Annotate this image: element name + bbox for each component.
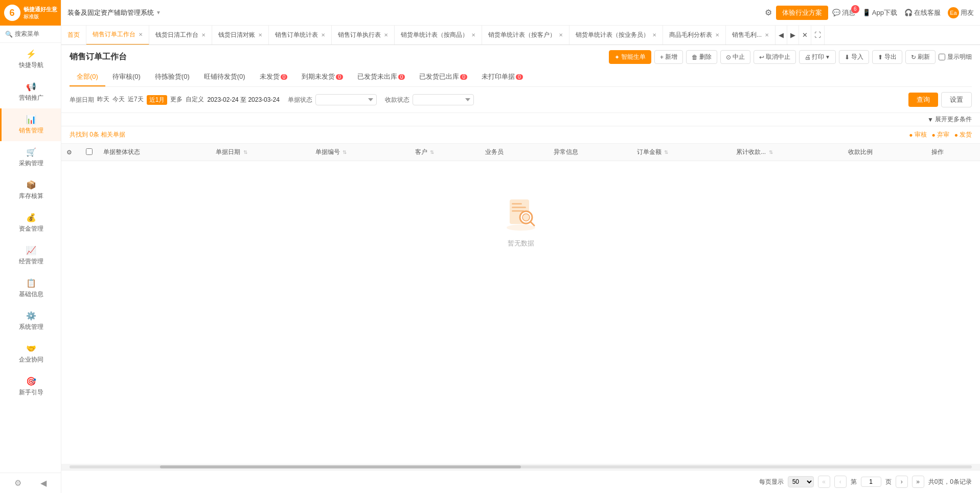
per-page-select[interactable]: 50 100 200 xyxy=(788,476,814,487)
tab-close-sales-exec[interactable]: ✕ xyxy=(384,32,388,38)
industry-solution-button[interactable]: 体验行业方案 xyxy=(776,6,828,20)
date-link-yesterday[interactable]: 昨天 xyxy=(97,95,109,105)
sidebar-bottom: ⚙ ◀ xyxy=(0,473,61,493)
app-download-item[interactable]: 📱 App下载 xyxy=(862,8,897,17)
sidebar-item-basicinfo[interactable]: 📋 基础信息 xyxy=(0,272,61,305)
cancel-stop-button[interactable]: ↩ 取消中止 xyxy=(754,50,796,64)
select-all-checkbox[interactable] xyxy=(86,148,93,155)
topbar-settings-icon[interactable]: ⚙ xyxy=(765,8,772,17)
th-customer[interactable]: 客户 ⇅ xyxy=(410,144,480,161)
tab-goods-stat-staff[interactable]: 销货单统计表（按业务员） ✕ xyxy=(569,26,663,45)
show-detail-label[interactable]: 显示明细 xyxy=(939,53,972,61)
sidebar-item-quicknav[interactable]: ⚡ 快捷导航 xyxy=(0,43,61,76)
refresh-button[interactable]: ↻ 刷新 xyxy=(905,50,936,64)
tab-sales-exec[interactable]: 销售订单执行表 ✕ xyxy=(332,26,395,45)
message-icon-item[interactable]: 💬 消息 6 xyxy=(832,8,855,17)
sub-tab-not-shipped[interactable]: 未发货0 xyxy=(253,68,295,86)
tab-close-profit-analysis[interactable]: ✕ xyxy=(715,32,719,38)
tab-goods-stat-product[interactable]: 销货单统计表（按商品） ✕ xyxy=(395,26,482,45)
sub-tab-shipped-outstock[interactable]: 已发货已出库0 xyxy=(412,68,474,86)
stop-button[interactable]: ⊙ 中止 xyxy=(720,50,750,64)
app-icon: 📱 xyxy=(862,9,871,16)
page-input[interactable] xyxy=(861,477,881,487)
tab-goods-stat-customer[interactable]: 销货单统计表（按客户） ✕ xyxy=(482,26,569,45)
system-title-dropdown[interactable]: 装备及固定资产辅助管理系统 ▼ xyxy=(67,8,161,17)
sub-tab-shipped-not-outstock[interactable]: 已发货未出库0 xyxy=(350,68,413,86)
page-last-btn[interactable]: » xyxy=(912,476,924,488)
th-collected[interactable]: 累计收款... ⇅ xyxy=(731,144,843,161)
tab-home[interactable]: 首页 xyxy=(61,26,86,45)
page-prev-btn[interactable]: ‹ xyxy=(834,476,847,488)
sidebar-item-marketing[interactable]: 📢 营销推广 xyxy=(0,76,61,108)
sub-tab-all[interactable]: 全部(0) xyxy=(70,68,105,86)
tab-close-cash-daily[interactable]: ✕ xyxy=(201,32,206,38)
filter-status-select[interactable] xyxy=(315,94,377,105)
tab-nav-next[interactable]: ▶ xyxy=(787,26,799,45)
tab-close-goods-stat-product[interactable]: ✕ xyxy=(471,32,475,38)
filter-expand-button[interactable]: ▼ 展开更多条件 xyxy=(927,115,972,124)
sidebar: 6 畅捷通好生意 标准版 🔍 搜索菜单 ⚡ 快捷导航 📢 营销推广 📊 销售管理… xyxy=(0,0,61,493)
sidebar-item-purchase[interactable]: 🛒 采购管理 xyxy=(0,141,61,174)
tab-close-goods-stat-staff[interactable]: ✕ xyxy=(652,32,656,38)
set-button[interactable]: 设置 xyxy=(941,92,972,107)
query-button[interactable]: 查询 xyxy=(908,93,938,107)
sub-tab-pending-inspect[interactable]: 待拣验货(0) xyxy=(148,68,197,86)
sub-tab-pending-review[interactable]: 待审核(0) xyxy=(105,68,148,86)
not-printed-badge: 0 xyxy=(516,74,523,80)
date-link-more[interactable]: 更多 xyxy=(170,95,183,105)
gear-icon[interactable]: ⚙ xyxy=(66,149,72,156)
date-link-1month[interactable]: 近1月 xyxy=(147,95,168,105)
tab-cash-reconcile[interactable]: 钱货日清对账 ✕ xyxy=(212,26,269,45)
sub-tab-wangpu-pending-ship[interactable]: 旺铺待发货(0) xyxy=(197,68,253,86)
sidebar-item-sysconfig[interactable]: ⚙️ 系统管理 xyxy=(0,305,61,338)
tab-maximize[interactable]: ⛶ xyxy=(811,26,825,45)
date-link-today[interactable]: 今天 xyxy=(112,95,125,105)
import-button[interactable]: ⬇ 导入 xyxy=(839,50,869,64)
delete-button[interactable]: 🗑 删除 xyxy=(686,50,717,64)
collapse-icon[interactable]: ◀ xyxy=(40,478,47,488)
sidebar-item-operations[interactable]: 📈 经营管理 xyxy=(0,239,61,272)
sidebar-item-search[interactable]: 🔍 搜索菜单 xyxy=(0,26,61,43)
th-number[interactable]: 单据编号 ⇅ xyxy=(310,144,410,161)
not-shipped-badge: 0 xyxy=(281,74,288,80)
revoke-button[interactable]: ● 弃审 xyxy=(932,130,949,139)
tab-close-goods-stat-customer[interactable]: ✕ xyxy=(559,32,563,38)
tab-close-sales-more[interactable]: ✕ xyxy=(765,32,769,38)
tab-cash-daily[interactable]: 钱货日清工作台 ✕ xyxy=(149,26,212,45)
sub-tab-not-printed[interactable]: 未打印单据0 xyxy=(474,68,530,86)
page-first-btn[interactable]: « xyxy=(818,476,830,488)
export-button[interactable]: ⬆ 导出 xyxy=(872,50,902,64)
tab-sales-stat[interactable]: 销售订单统计表 ✕ xyxy=(269,26,332,45)
tab-close-cash-reconcile[interactable]: ✕ xyxy=(258,32,262,38)
filter-payment-select[interactable] xyxy=(413,94,474,105)
user-item[interactable]: Ea 用友 xyxy=(948,7,974,18)
sidebar-item-cooperation[interactable]: 🤝 企业协同 xyxy=(0,338,61,370)
tab-close-sales-workbench[interactable]: ✕ xyxy=(139,32,143,37)
h-scrollbar-thumb[interactable] xyxy=(160,465,521,468)
sidebar-item-sales[interactable]: 📊 销售管理 xyxy=(0,108,61,141)
tab-sales-more[interactable]: 销售毛利... ✕ xyxy=(726,26,776,45)
tab-nav-prev[interactable]: ◀ xyxy=(776,26,787,45)
sub-tab-overdue-not-shipped[interactable]: 到期未发货0 xyxy=(294,68,350,86)
new-button[interactable]: + 新增 xyxy=(654,50,683,64)
online-service-item[interactable]: 🎧 在线客服 xyxy=(904,8,941,17)
tab-close-all[interactable]: ✕ xyxy=(799,26,811,45)
audit-button[interactable]: ● 审核 xyxy=(909,130,926,139)
ship-button[interactable]: ● 发货 xyxy=(954,130,972,139)
tab-profit-analysis[interactable]: 商品毛利分析表 ✕ xyxy=(663,26,726,45)
ai-gen-button[interactable]: ✦ 智能生单 xyxy=(609,50,651,64)
date-link-custom[interactable]: 自定义 xyxy=(186,95,204,105)
print-button[interactable]: 🖨 打印 ▼ xyxy=(799,50,836,64)
sidebar-item-inventory[interactable]: 📦 库存核算 xyxy=(0,174,61,207)
th-amount[interactable]: 订单金额 ⇅ xyxy=(632,144,732,161)
page-next-btn[interactable]: › xyxy=(896,476,908,488)
settings-bottom-icon[interactable]: ⚙ xyxy=(14,478,21,488)
h-scrollbar[interactable] xyxy=(61,464,980,470)
tab-sales-workbench[interactable]: 销售订单工作台 ✕ xyxy=(86,26,149,45)
sidebar-item-guide[interactable]: 🎯 新手引导 xyxy=(0,370,61,403)
tab-close-sales-stat[interactable]: ✕ xyxy=(321,32,325,38)
show-detail-checkbox[interactable] xyxy=(939,54,945,60)
date-link-7days[interactable]: 近7天 xyxy=(128,95,144,105)
th-date[interactable]: 单据日期 ⇅ xyxy=(211,144,310,161)
sidebar-item-finance[interactable]: 💰 资金管理 xyxy=(0,207,61,239)
